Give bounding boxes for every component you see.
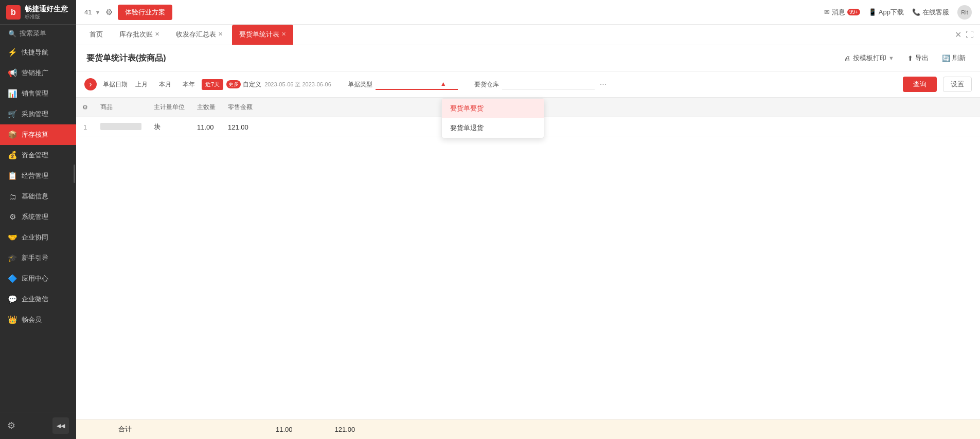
type-input[interactable] xyxy=(379,80,440,88)
tab-batch-label: 库存批次账 xyxy=(119,31,153,38)
filter-settings-button[interactable]: 设置 xyxy=(943,77,972,92)
date-filter-group: 单据日期 上月 本月 本年 近7天 更多 自定义 2023-05-06 至 20… xyxy=(103,78,331,91)
app-logo: b 畅捷通好生意 标准版 xyxy=(0,0,76,25)
nav-icon-member: 👑 xyxy=(7,315,17,325)
col-quantity: 主数量 xyxy=(191,98,222,117)
nav-icon-finance: 💰 xyxy=(7,150,17,160)
sidebar-item-finance[interactable]: 💰 资金管理 xyxy=(0,145,76,166)
filter-bar: › 单据日期 上月 本月 本年 近7天 更多 自定义 2023-05-06 至 … xyxy=(76,71,980,98)
date-btn-last-month[interactable]: 上月 xyxy=(131,78,152,91)
filter-more-btn[interactable]: ··· xyxy=(600,80,607,89)
online-service-btn[interactable]: 📞 在线客服 xyxy=(912,8,949,17)
logo-text: 畅捷通好生意 标准版 xyxy=(25,4,68,20)
print-btn[interactable]: 🖨 按模板打印 ▼ xyxy=(840,51,898,65)
col-amount: 零售金额 xyxy=(222,98,259,117)
app-download-label: App下载 xyxy=(879,8,904,17)
type-filter-group: 单据类型 ▲ xyxy=(348,79,458,90)
sidebar-bottom: ⚙ ◀◀ xyxy=(0,412,76,439)
tab-order-close[interactable]: ✕ xyxy=(281,31,286,37)
sidebar-item-inventory[interactable]: 📦 库存核算 xyxy=(0,124,76,145)
nav-icon-apps: 🔷 xyxy=(7,273,17,284)
sidebar-item-quick-nav[interactable]: ⚡ 快捷导航 xyxy=(0,42,76,63)
service-icon: 📞 xyxy=(912,8,920,16)
nav-label: 畅会员 xyxy=(22,315,42,324)
tab-batch-close[interactable]: ✕ xyxy=(155,31,159,37)
warehouse-select[interactable] xyxy=(502,79,595,89)
date-btn-custom[interactable]: 自定义 xyxy=(243,80,261,89)
sidebar-item-enterprise[interactable]: 🤝 企业协同 xyxy=(0,227,76,248)
app-subtitle: 标准版 xyxy=(25,13,68,20)
nav-icon-system: ⚙ xyxy=(7,212,17,222)
nav-icon-marketing: 📢 xyxy=(7,68,17,78)
sidebar-item-member[interactable]: 👑 畅会员 xyxy=(0,309,76,330)
search-icon: 🔍 xyxy=(8,30,16,38)
date-btn-this-year[interactable]: 本年 xyxy=(178,78,200,91)
tab-receipt-summary[interactable]: 收发存汇总表 ✕ xyxy=(169,25,230,45)
tabs-expand[interactable]: ⛶ xyxy=(966,30,974,40)
tab-order-stats[interactable]: 要货单统计表 ✕ xyxy=(232,25,293,45)
sidebar-item-purchase[interactable]: 🛒 采购管理 xyxy=(0,104,76,124)
nav-label: 快捷导航 xyxy=(22,48,48,57)
refresh-btn[interactable]: 🔄 刷新 xyxy=(938,51,970,65)
nav-label: 资金管理 xyxy=(22,151,48,160)
filter-expand-btn[interactable]: › xyxy=(84,78,97,90)
message-icon: ✉ xyxy=(824,8,830,16)
nav-icon-inventory: 📦 xyxy=(7,130,17,140)
messages-label: 消息 xyxy=(832,8,845,17)
search-label: 搜索菜单 xyxy=(20,29,46,38)
sidebar: b 畅捷通好生意 标准版 🔍 搜索菜单 ⚡ 快捷导航 📢 营销推广 📊 销售管理… xyxy=(0,0,76,439)
warehouse-filter-group: 要货仓库 ··· xyxy=(474,79,607,89)
page-title: 要货单统计表(按商品) xyxy=(86,53,166,64)
nav-label: 企业微信 xyxy=(22,295,48,304)
sidebar-collapse-button[interactable]: ◀◀ xyxy=(52,417,69,434)
user-avatar[interactable]: Rit xyxy=(957,5,972,20)
messages-badge: 99+ xyxy=(847,9,860,15)
sidebar-item-guide[interactable]: 🎓 新手引导 xyxy=(0,248,76,268)
tab-receipt-close[interactable]: ✕ xyxy=(218,31,223,37)
cell-num: 1 xyxy=(76,117,94,137)
export-icon: ⬆ xyxy=(907,54,913,62)
warehouse-input[interactable] xyxy=(505,80,592,88)
app-download-btn[interactable]: 📱 App下载 xyxy=(868,8,904,17)
nav-icon-wechat: 💬 xyxy=(7,294,17,304)
date-btn-this-month[interactable]: 本月 xyxy=(154,78,176,91)
messages-btn[interactable]: ✉ 消息 99+ xyxy=(824,8,860,17)
sidebar-settings-icon[interactable]: ⚙ xyxy=(7,420,15,431)
gear-settings-icon[interactable]: ⚙ xyxy=(105,7,113,17)
dropdown-item-order-return[interactable]: 要货单退货 xyxy=(442,118,544,138)
sidebar-item-operation[interactable]: 📋 经营管理 xyxy=(0,166,76,186)
nav-label: 采购管理 xyxy=(22,109,48,119)
company-num: 41 xyxy=(84,8,92,16)
sidebar-item-basic[interactable]: 🗂 基础信息 xyxy=(0,186,76,207)
tab-batch-account[interactable]: 库存批次账 ✕ xyxy=(112,25,167,45)
footer-amount: 121.00 xyxy=(335,426,355,433)
sidebar-item-wechat[interactable]: 💬 企业微信 xyxy=(0,289,76,309)
nav-icon-enterprise: 🤝 xyxy=(7,232,17,243)
refresh-icon: 🔄 xyxy=(942,54,950,62)
page-actions: 🖨 按模板打印 ▼ ⬆ 导出 🔄 刷新 xyxy=(840,51,970,65)
tabs-close-all[interactable]: ✕ xyxy=(955,30,961,40)
col-unit: 主计量单位 xyxy=(148,98,191,117)
dropdown-item-order-goods[interactable]: 要货单要货 xyxy=(442,99,544,118)
sidebar-item-sales[interactable]: 📊 销售管理 xyxy=(0,83,76,104)
export-btn[interactable]: ⬆ 导出 xyxy=(903,51,933,65)
sidebar-item-system[interactable]: ⚙ 系统管理 xyxy=(0,207,76,227)
nav-icon-operation: 📋 xyxy=(7,171,17,181)
avatar-text: Rit xyxy=(961,9,968,15)
trial-btn[interactable]: 体验行业方案 xyxy=(118,5,172,20)
col-settings[interactable]: ⚙ xyxy=(76,98,94,117)
tab-home[interactable]: 首页 xyxy=(82,25,110,45)
search-menu[interactable]: 🔍 搜索菜单 xyxy=(0,25,76,42)
tab-home-label: 首页 xyxy=(90,31,103,38)
cell-amount: 121.00 xyxy=(222,117,259,137)
sidebar-item-marketing[interactable]: 📢 营销推广 xyxy=(0,63,76,83)
sidebar-item-apps[interactable]: 🔷 应用中心 xyxy=(0,268,76,289)
nav-label: 经营管理 xyxy=(22,171,48,180)
nav-label: 新手引导 xyxy=(22,253,48,263)
type-select[interactable]: ▲ xyxy=(376,79,458,90)
query-button[interactable]: 查询 xyxy=(903,77,937,92)
company-selector[interactable]: 41 ▼ xyxy=(84,8,100,16)
app-title: 畅捷通好生意 xyxy=(25,4,68,13)
date-btn-7days[interactable]: 近7天 xyxy=(202,79,223,90)
date-range-buttons: 上月 本月 本年 近7天 更多 自定义 xyxy=(131,78,261,91)
